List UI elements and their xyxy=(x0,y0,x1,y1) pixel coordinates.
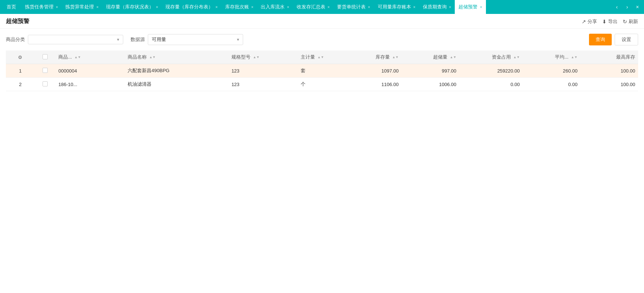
page-header: 超储预警 ↗ 分享 ⬇ 导出 ↻ 刷新 xyxy=(0,14,644,29)
col-header-stock[interactable]: 库存量 ▲▼ xyxy=(344,51,402,64)
share-label: 分享 xyxy=(588,18,597,25)
nav-tab-4[interactable]: 库存批次账 × xyxy=(222,0,257,14)
col-stock-label: 库存量 xyxy=(376,54,390,60)
row-avg-1: 0.00 xyxy=(523,78,580,91)
nav-tab-label-8: 可用量库存账本 xyxy=(378,4,411,10)
sort-icon-capital[interactable]: ▲▼ xyxy=(513,56,520,59)
nav-tab-label-9: 保质期查询 xyxy=(423,4,447,10)
row-checkbox-0[interactable] xyxy=(35,64,56,78)
col-header-name[interactable]: 商品名称 ▲▼ xyxy=(125,51,228,64)
col-header-avg[interactable]: 平均... ▲▼ xyxy=(523,51,580,64)
refresh-icon: ↻ xyxy=(623,19,627,25)
nav-tab-6[interactable]: 收发存汇总表 × xyxy=(293,0,333,14)
nav-tab-2[interactable]: 现存量（库存状况表） × xyxy=(102,0,162,14)
row-max-0: 100.00 xyxy=(581,64,638,78)
nav-tab-10[interactable]: 超储预警 × xyxy=(455,0,486,14)
nav-tab-close-4[interactable]: × xyxy=(251,5,253,9)
sort-icon-over[interactable]: ▲▼ xyxy=(450,56,456,59)
row-capital-1: 0.00 xyxy=(459,78,523,91)
col-header-spec[interactable]: 规格型号 ▲▼ xyxy=(228,51,298,64)
row-code-0: 0000004 xyxy=(55,64,125,78)
settings-button[interactable]: 设置 xyxy=(615,34,638,45)
row-stock-0: 1097.00 xyxy=(344,64,402,78)
row-index-1: 2 xyxy=(6,78,35,91)
select-all-checkbox[interactable] xyxy=(43,54,48,59)
nav-close-arrow[interactable]: × xyxy=(632,0,643,14)
col-header-max[interactable]: 最高库存 xyxy=(581,51,638,64)
nav-tab-7[interactable]: 要货单统计表 × xyxy=(333,0,374,14)
table-row[interactable]: 1 0000004 六配套新昌490BPG 123 套 1097.00 997.… xyxy=(6,64,638,78)
sort-icon-name[interactable]: ▲▼ xyxy=(149,56,156,59)
sort-icon-spec[interactable]: ▲▼ xyxy=(253,56,260,59)
chevron-down-icon: ▾ xyxy=(117,37,119,42)
nav-tab-label-0: 拣货任务管理 xyxy=(25,4,54,10)
col-header-code[interactable]: 商品... ▲▼ xyxy=(55,51,125,64)
col-capital-label: 资金占用 xyxy=(492,54,511,60)
nav-tab-label-2: 现存量（库存状况表） xyxy=(106,4,154,10)
col-settings-icon[interactable]: ⚙ xyxy=(6,51,35,64)
refresh-button[interactable]: ↻ 刷新 xyxy=(623,18,638,25)
category-label: 商品分类 xyxy=(6,36,25,43)
nav-tab-close-6[interactable]: × xyxy=(328,5,330,9)
col-header-unit[interactable]: 主计量 ▲▼ xyxy=(298,51,344,64)
nav-prev-arrow[interactable]: ‹ xyxy=(612,0,622,14)
col-header-capital[interactable]: 资金占用 ▲▼ xyxy=(459,51,523,64)
nav-tab-3[interactable]: 现存量（库存分布表） × xyxy=(162,0,221,14)
nav-tab-0[interactable]: 拣货任务管理 × xyxy=(21,0,62,14)
query-button[interactable]: 查询 xyxy=(589,34,612,45)
row-unit-1: 个 xyxy=(298,78,344,91)
row-checkbox-1[interactable] xyxy=(35,78,56,91)
nav-tab-close-2[interactable]: × xyxy=(156,5,158,9)
chevron-down-icon-2: ▾ xyxy=(237,37,239,42)
nav-tab-close-1[interactable]: × xyxy=(96,5,98,9)
row-over-1: 1006.00 xyxy=(402,78,459,91)
row-spec-0: 123 xyxy=(228,64,298,78)
col-unit-label: 主计量 xyxy=(301,54,315,60)
sort-icon-unit[interactable]: ▲▼ xyxy=(318,56,324,59)
nav-bar: 首页 拣货任务管理 × 拣货异常处理 × 现存量（库存状况表） × 现存量（库存… xyxy=(0,0,644,14)
row-select-checkbox-0[interactable] xyxy=(43,68,48,73)
datasource-select[interactable]: 可用量 ▾ xyxy=(148,34,243,45)
sort-icon-stock[interactable]: ▲▼ xyxy=(392,56,399,59)
col-header-checkbox[interactable] xyxy=(35,51,56,64)
category-select[interactable]: ▾ xyxy=(28,35,123,44)
col-code-label: 商品... xyxy=(58,54,72,60)
col-header-over[interactable]: 超储量 ▲▼ xyxy=(402,51,459,64)
nav-tab-close-8[interactable]: × xyxy=(413,5,416,9)
nav-tab-label-7: 要货单统计表 xyxy=(337,4,366,10)
refresh-label: 刷新 xyxy=(629,18,638,25)
gear-icon[interactable]: ⚙ xyxy=(18,55,22,60)
row-max-1: 100.00 xyxy=(581,78,638,91)
nav-tab-5[interactable]: 出入库流水 × xyxy=(257,0,293,14)
nav-next-arrow[interactable]: › xyxy=(622,0,632,14)
export-button[interactable]: ⬇ 导出 xyxy=(602,18,618,25)
row-capital-0: 259220.00 xyxy=(459,64,523,78)
nav-tab-close-5[interactable]: × xyxy=(287,5,289,9)
row-code-1: 186-10... xyxy=(55,78,125,91)
nav-tab-9[interactable]: 保质期查询 × xyxy=(419,0,455,14)
row-spec-1: 123 xyxy=(228,78,298,91)
row-select-checkbox-1[interactable] xyxy=(43,81,48,86)
nav-tab-label-1: 拣货异常处理 xyxy=(65,4,94,10)
col-over-label: 超储量 xyxy=(433,54,447,60)
nav-tab-1[interactable]: 拣货异常处理 × xyxy=(62,0,102,14)
table-row[interactable]: 2 186-10... 机油滤清器 123 个 1106.00 1006.00 … xyxy=(6,78,638,91)
nav-tab-label-3: 现存量（库存分布表） xyxy=(165,4,213,10)
row-unit-0: 套 xyxy=(298,64,344,78)
share-button[interactable]: ↗ 分享 xyxy=(582,18,597,25)
nav-tab-close-0[interactable]: × xyxy=(56,5,58,9)
sort-icon-avg[interactable]: ▲▼ xyxy=(571,56,578,59)
nav-tab-close-3[interactable]: × xyxy=(215,5,217,9)
row-index-0: 1 xyxy=(6,64,35,78)
nav-tab-close-7[interactable]: × xyxy=(368,5,370,9)
nav-tab-close-10[interactable]: × xyxy=(480,5,482,9)
nav-home[interactable]: 首页 xyxy=(1,4,21,10)
nav-tab-label-5: 出入库流水 xyxy=(261,4,285,10)
nav-tab-8[interactable]: 可用量库存账本 × xyxy=(374,0,419,14)
category-filter: 商品分类 ▾ xyxy=(6,35,123,44)
datasource-select-value: 可用量 xyxy=(152,36,234,43)
row-stock-1: 1106.00 xyxy=(344,78,402,91)
filter-actions: 查询 设置 xyxy=(589,34,638,45)
nav-tab-close-9[interactable]: × xyxy=(449,5,451,9)
sort-icon-code[interactable]: ▲▼ xyxy=(74,56,81,59)
